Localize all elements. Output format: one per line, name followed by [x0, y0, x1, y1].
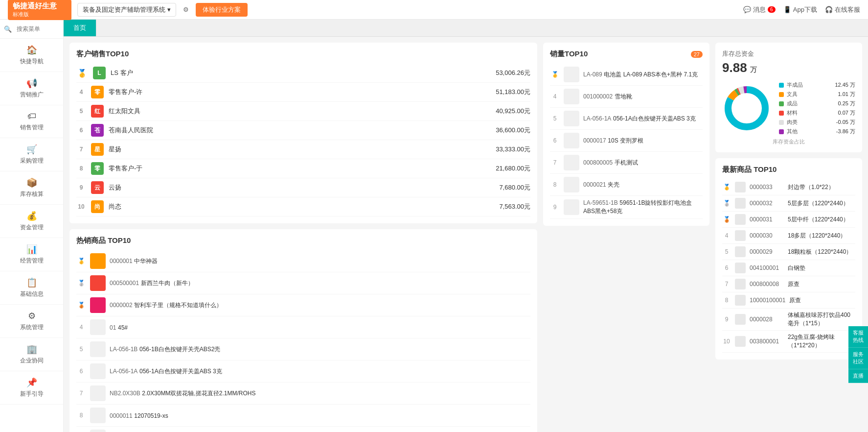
cs-livestream-button[interactable]: 直播	[848, 369, 868, 383]
trial-button[interactable]: 体验行业方案	[196, 3, 248, 17]
customer-ranking-panel: 客户销售TOP10 🥇 L LS 客户 53,006.26元 4	[69, 43, 537, 223]
table-row: 5 红 红太阳文具 40,925.00元	[76, 102, 530, 121]
headset-icon: 🎧	[825, 6, 833, 13]
sidebar-item-basic-info[interactable]: 📋 基础信息	[0, 271, 63, 305]
avatar: 云	[91, 181, 104, 194]
sidebar-item-enterprise[interactable]: 🏢 企业协同	[0, 338, 63, 371]
inventory-legend: 半成品 12.45 万 文具 1.01 万 成品 0	[779, 81, 855, 135]
legend-color-other	[779, 129, 784, 134]
inventory-title: 库存总资金	[722, 49, 855, 58]
sidebar-item-home[interactable]: 🏠 快捷导航	[0, 39, 63, 72]
product-image	[564, 155, 579, 170]
list-item: 🥈 0000032 5层多层（1220*2440）	[722, 195, 855, 212]
product-info: 0000001 中华神器	[110, 257, 530, 265]
hot-products-panel: 热销商品 TOP10 🥇 0000001 中华神器 🥈	[69, 229, 537, 432]
donut-chart	[722, 84, 771, 133]
new-product-rank: 9	[722, 316, 731, 323]
product-rank: 7	[550, 159, 560, 166]
new-product-rank: 5	[722, 248, 731, 255]
new-product-icon	[735, 295, 746, 306]
customer-name: 零售客户-许	[109, 88, 491, 96]
legend-item: 材料 0.07 万	[779, 109, 855, 117]
newest-products-title: 最新商品 TOP10	[722, 165, 777, 174]
app-download-button[interactable]: 📱 App下载	[783, 5, 817, 14]
avatar: L	[93, 67, 106, 79]
product-info: 0000017 10S 变刑罗根	[583, 137, 703, 145]
list-item: 6 004100001 白钢垫	[722, 260, 855, 276]
product-info: 000500001 新西兰牛肉（新牛）	[110, 279, 530, 288]
list-item: 5 LA-056-1B 056-1B白色按键开关壳ABS2壳	[76, 338, 530, 360]
sidebar-item-purchase[interactable]: 🛒 采购管理	[0, 138, 63, 171]
avatar: 星	[91, 143, 104, 156]
product-rank: 8	[550, 181, 560, 188]
product-image	[90, 385, 106, 401]
sidebar-item-management[interactable]: 📊 经营管理	[0, 238, 63, 271]
product-image	[90, 253, 106, 269]
table-row: 10 尚 尚态 7,563.00元	[76, 197, 530, 216]
product-info: LA-59651-1B 59651-1B旋转投影灯电池盒ABS黑色+58克	[583, 199, 703, 216]
sidebar-item-system[interactable]: ⚙ 系统管理	[0, 305, 63, 338]
avatar: 苍	[91, 124, 104, 137]
top-products-header: 销量TOP10 27	[550, 49, 703, 59]
list-item: 10 003800001 22g鱼豆腐-烧烤味（1*12*20）	[722, 331, 855, 353]
avatar: 红	[91, 105, 104, 118]
product-image	[90, 319, 106, 335]
message-button[interactable]: 💬 消息 6	[743, 5, 776, 14]
app-logo-area: 畅捷通好生意 标准版	[8, 0, 71, 20]
inventory-amount: 9.88 万	[722, 60, 855, 75]
legend-item: 文具 1.01 万	[779, 91, 855, 98]
search-input[interactable]	[14, 24, 53, 34]
table-row: 6 苍 苍南县人民医院 36,600.00元	[76, 121, 530, 140]
sidebar-item-sales[interactable]: 🏷 销售管理	[0, 105, 63, 138]
product-rank: 6	[76, 368, 86, 375]
search-icon: 🔍	[4, 25, 12, 33]
customer-ranking-title: 客户销售TOP10	[76, 49, 129, 59]
list-item: 4 001000002 雪地靴	[550, 86, 703, 108]
enterprise-icon: 🏢	[26, 344, 37, 355]
cs-community-button[interactable]: 服务社区	[848, 348, 868, 369]
tab-home[interactable]: 首页	[64, 20, 96, 36]
new-product-icon	[735, 230, 746, 241]
list-item: 5 0000029 18颗粒板（1220*2440）	[722, 244, 855, 260]
system-selector[interactable]: 装备及固定资产辅助管理系统 ▾	[77, 3, 176, 17]
sidebar-item-marketing[interactable]: 📢 营销推广	[0, 72, 63, 105]
basic-info-icon: 📋	[26, 277, 37, 288]
new-product-icon	[735, 182, 746, 192]
new-product-icon	[735, 198, 746, 209]
avatar: 尚	[91, 200, 104, 213]
sidebar-item-guide[interactable]: 📌 新手引导	[0, 371, 63, 405]
list-item: 9 0000028 体械嘉枝味苏打饮品400毫升（1*15）	[722, 309, 855, 331]
product-info: 0000021 夹壳	[583, 181, 703, 189]
system-icon: ⚙	[28, 311, 36, 321]
list-item: 7 NB2.0X30B 2.0X30MM双搓花轴,搓花直径2.1MM/ROHS	[76, 383, 530, 405]
new-product-icon	[735, 279, 746, 289]
sidebar-item-finance[interactable]: 💰 资金管理	[0, 205, 63, 238]
right-panel: 库存总资金 9.88 万	[715, 43, 862, 432]
cs-hotline-label: 客服热线	[853, 330, 864, 343]
online-service-button[interactable]: 🎧 在线客服	[825, 5, 860, 14]
product-rank: 4	[550, 93, 560, 100]
sidebar-item-inventory[interactable]: 📦 库存核算	[0, 171, 63, 205]
product-rank: 🥉	[76, 302, 86, 309]
inventory-subtitle: 库存资金占比	[722, 138, 855, 145]
list-item: 🥇 0000033 封边带（1.0*22）	[722, 179, 855, 195]
rank-number: 4	[76, 89, 86, 96]
list-item: 🥉 0000002 智利车子里（规格不知道填什么）	[76, 294, 530, 316]
customer-amount: 36,600.00元	[496, 126, 530, 135]
product-rank: 5	[550, 115, 560, 122]
phone-icon: 📱	[783, 6, 791, 13]
product-info: LA-056-1B 056-1B白色按键开关壳ABS2壳	[110, 345, 530, 354]
new-product-icon	[735, 214, 746, 225]
legend-color-finished	[779, 101, 784, 106]
product-info: 0000002 智利车子里（规格不知道填什么）	[110, 301, 530, 310]
table-row: 9 云 云扬 7,680.00元	[76, 178, 530, 197]
cs-hotline-button[interactable]: 客服热线	[848, 326, 868, 348]
customer-amount: 7,563.00元	[499, 202, 530, 211]
new-product-rank: 🥉	[722, 216, 731, 223]
legend-item: 其他 -3.86 万	[779, 128, 855, 135]
settings-icon[interactable]: ⚙	[179, 3, 193, 17]
home-icon: 🏠	[26, 45, 37, 55]
content-area: 客户销售TOP10 🥇 L LS 客户 53,006.26元 4	[64, 37, 868, 432]
product-image	[90, 341, 106, 357]
product-info: LA-056-1A 056-1A白色按键开关盖ABS 3克	[110, 367, 530, 376]
